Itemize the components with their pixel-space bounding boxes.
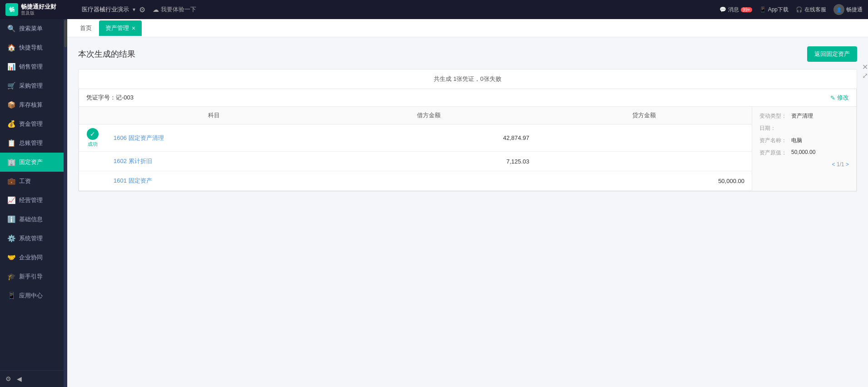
guide-icon: 🎓 [7, 273, 15, 281]
success-circle-icon: ✓ [87, 128, 99, 140]
th-credit: 贷方金额 [536, 107, 752, 124]
credit-cell [536, 156, 752, 167]
purchase-icon: 🛒 [7, 82, 15, 90]
sidebar: 🔍搜索菜单🏠快捷导航📊销售管理🛒采购管理📦库存核算💰资金管理📋总账管理🏢固定资产… [0, 19, 67, 387]
sidebar-bottom: ⚙◀ [0, 370, 67, 387]
sidebar-label: 系统管理 [19, 234, 43, 243]
sidebar-label: 库存核算 [19, 101, 43, 109]
company-dropdown-btn[interactable]: ▾ [133, 6, 135, 13]
summary-bar: 共生成 1张凭证，0张失败 [79, 69, 857, 89]
credit-cell [536, 133, 752, 144]
search-menu-icon: 🔍 [7, 25, 15, 33]
app-download-label: App下载 [768, 6, 789, 14]
notification-item[interactable]: 💬 消息 99+ [719, 6, 752, 14]
sidebar-item-collab[interactable]: 🤝企业协同 [0, 248, 67, 267]
sidebar-item-payroll[interactable]: 💼工资 [0, 172, 67, 191]
sidebar-item-purchase[interactable]: 🛒采购管理 [0, 76, 67, 95]
sidebar-collapse-btn[interactable]: ◀ [17, 375, 22, 382]
sidebar-item-app-center[interactable]: 📱应用中心 [0, 286, 67, 305]
side-asset-value-row: 资产原值： 50,000.00 [759, 149, 849, 157]
sidebar-item-inventory[interactable]: 📦库存核算 [0, 95, 67, 114]
top-bar: 畅 畅捷通好业财 普及版 医疗器械行业演示 ▾ ⚙ ☁ 我要体验一下 💬 消息 … [0, 0, 868, 19]
sidebar-item-finance[interactable]: 💰资金管理 [0, 114, 67, 134]
side-date-row: 日期： [759, 124, 849, 132]
sidebar-label: 资金管理 [19, 120, 43, 128]
tab-close-btn[interactable]: × [132, 25, 135, 31]
logo-title: 畅捷通好业财 [21, 3, 56, 10]
side-change-type-row: 变动类型： 资产清理 [759, 112, 849, 120]
side-date-label: 日期： [759, 124, 791, 132]
edit-label: 修改 [837, 94, 849, 102]
sidebar-item-guide[interactable]: 🎓新手引导 [0, 267, 67, 286]
side-asset-value-label: 资产原值： [759, 149, 791, 157]
sales-icon: 📊 [7, 63, 15, 71]
th-debit: 借方金额 [322, 107, 537, 124]
table-row: 1601 固定资产 50,000.00 [79, 171, 752, 191]
sidebar-label: 新手引导 [19, 273, 43, 281]
page-title: 本次生成的结果 [78, 49, 135, 60]
voucher-no: 凭证字号：记-003 [86, 94, 134, 102]
sidebar-label: 采购管理 [19, 82, 43, 90]
side-change-type-label: 变动类型： [759, 112, 791, 120]
sidebar-item-search-menu[interactable]: 🔍搜索菜单 [0, 19, 67, 38]
logo-text: 畅捷通好业财 普及版 [21, 3, 56, 16]
sidebar-item-ledger[interactable]: 📋总账管理 [0, 134, 67, 153]
sidebar-settings-btn[interactable]: ⚙ [5, 375, 11, 382]
table-row: 1602 累计折旧 7,125.03 [79, 152, 752, 171]
main-layout: 🔍搜索菜单🏠快捷导航📊销售管理🛒采购管理📦库存核算💰资金管理📋总账管理🏢固定资产… [0, 19, 868, 387]
experience-btn[interactable]: 我要体验一下 [161, 5, 196, 14]
tab-home[interactable]: 首页 [74, 20, 97, 36]
sidebar-item-sys-mgmt[interactable]: ⚙️系统管理 [0, 229, 67, 248]
expand-panel-btn[interactable]: ⤢ [862, 71, 868, 80]
voucher-container: 凭证字号：记-003 ✎ 修改 科目 借 [79, 89, 857, 191]
sidebar-label: 经营管理 [19, 196, 43, 204]
edit-icon: ✎ [830, 94, 835, 101]
logo-sub: 普及版 [21, 10, 56, 16]
return-btn[interactable]: 返回固定资产 [807, 46, 857, 62]
sidebar-item-fixed-assets[interactable]: 🏢固定资产 [0, 153, 67, 172]
prev-page-btn[interactable]: < [832, 161, 835, 168]
sidebar-item-ops[interactable]: 📈经营管理 [0, 191, 67, 210]
user-name: 畅捷通 [846, 6, 863, 14]
table-with-side: 科目 借方金额 贷方金额 ✓ 成功 1606 固定资产清理 42,874.97 … [79, 107, 856, 191]
sidebar-label: 总账管理 [19, 139, 43, 147]
side-asset-name-row: 资产名称： 电脑 [759, 137, 849, 144]
next-page-btn[interactable]: > [846, 161, 849, 168]
sidebar-item-quick-nav[interactable]: 🏠快捷导航 [0, 38, 67, 57]
topbar-settings-btn[interactable]: ⚙ [139, 5, 145, 14]
logo-icon: 畅 [5, 3, 18, 16]
top-center: 医疗器械行业演示 ▾ ⚙ ☁ 我要体验一下 [73, 5, 719, 14]
edit-btn[interactable]: ✎ 修改 [830, 94, 849, 102]
sidebar-label: 工资 [19, 177, 31, 185]
side-asset-name-label: 资产名称： [759, 137, 791, 144]
sidebar-item-basic-info[interactable]: ℹ️基础信息 [0, 210, 67, 229]
user-item[interactable]: 👤 畅捷通 [833, 4, 863, 15]
page-header: 本次生成的结果 返回固定资产 [78, 46, 857, 62]
subject-cell: 1602 累计折旧 [106, 152, 322, 171]
fixed-assets-icon: 🏢 [7, 158, 15, 166]
debit-cell: 42,874.97 [322, 129, 537, 147]
tab-asset-management[interactable]: 资产管理 × [99, 20, 142, 36]
subject-cell: 1606 固定资产清理 [106, 129, 322, 148]
service-icon: 🎧 [796, 6, 803, 13]
side-panel: 变动类型： 资产清理 日期： 资产名称： 电脑 [752, 107, 856, 191]
sidebar-label: 快捷导航 [19, 44, 43, 52]
app-download-item[interactable]: 📱 App下载 [759, 6, 789, 14]
empty-status-cell [79, 158, 106, 165]
collab-icon: 🤝 [7, 253, 15, 262]
page-content: 本次生成的结果 返回固定资产 共生成 1张凭证，0张失败 凭证字号：记-003 … [67, 37, 868, 387]
avatar: 👤 [833, 4, 844, 15]
payroll-icon: 💼 [7, 177, 15, 185]
finance-icon: 💰 [7, 120, 15, 128]
online-service-item[interactable]: 🎧 在线客服 [796, 6, 826, 14]
sidebar-item-sales[interactable]: 📊销售管理 [0, 57, 67, 76]
summary-text: 共生成 1张凭证，0张失败 [434, 75, 501, 82]
sidebar-label: 企业协同 [19, 253, 43, 262]
cloud-icon: ☁ [153, 6, 159, 13]
top-right: 💬 消息 99+ 📱 App下载 🎧 在线客服 👤 畅捷通 [719, 4, 863, 15]
tab-active-label: 资产管理 [105, 24, 129, 32]
sidebar-label: 固定资产 [19, 158, 43, 166]
subject-cell: 1601 固定资产 [106, 171, 322, 190]
close-panel-btn[interactable]: ✕ [862, 63, 868, 71]
content-area: 首页 资产管理 × 本次生成的结果 返回固定资产 共生成 1张凭证，0张失败 [67, 19, 868, 387]
